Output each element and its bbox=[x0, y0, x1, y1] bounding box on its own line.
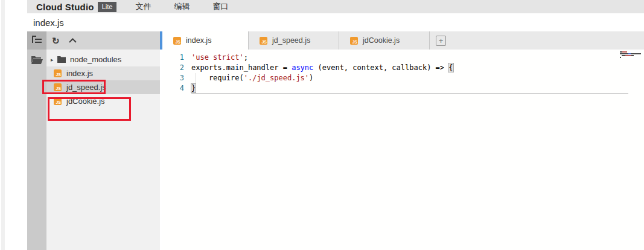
js-file-icon: JS bbox=[54, 69, 62, 77]
code-line: 2 exports.main_handler = async (event, c… bbox=[162, 63, 644, 73]
brand-logo: Cloud Studio bbox=[36, 2, 94, 12]
line-number: 1 bbox=[162, 53, 184, 63]
line-number: 2 bbox=[162, 63, 184, 73]
left-edge-strip bbox=[1, 0, 5, 250]
file-explorer: ↻ ▸ node_modules JS index.js JS jd_speed… bbox=[46, 31, 160, 250]
code-editor[interactable]: 1 'use strict'; 2 exports.main_handler =… bbox=[162, 50, 644, 250]
tree-item-index-js[interactable]: JS index.js bbox=[46, 66, 160, 80]
lite-badge: Lite bbox=[98, 2, 117, 12]
js-file-icon: JS bbox=[350, 37, 358, 45]
line-number: 3 bbox=[162, 73, 184, 83]
folder-icon bbox=[57, 56, 66, 63]
js-file-icon: JS bbox=[260, 37, 267, 45]
folder-open-icon bbox=[31, 56, 43, 66]
open-folder-button[interactable] bbox=[31, 56, 43, 66]
code-line: 1 'use strict'; bbox=[162, 53, 644, 63]
tab-bar: JS index.js JS jd_speed.js JS jdCookie.j… bbox=[162, 31, 644, 50]
new-tab-area: + bbox=[430, 31, 446, 50]
tree-item-node-modules[interactable]: ▸ node_modules bbox=[46, 53, 160, 66]
panel-resize-sash[interactable] bbox=[160, 31, 162, 50]
tab-index-js[interactable]: JS index.js bbox=[162, 31, 249, 50]
activity-bar bbox=[27, 31, 46, 250]
menu-file[interactable]: 文件 bbox=[124, 1, 162, 12]
line-number: 4 bbox=[162, 83, 184, 94]
code-line: 4 } bbox=[162, 83, 644, 94]
indent-guide bbox=[196, 73, 196, 83]
expand-arrow-icon[interactable]: ▸ bbox=[51, 57, 56, 63]
window-title: index.js bbox=[27, 13, 644, 31]
menu-edit[interactable]: 编辑 bbox=[162, 1, 201, 12]
editor-area: JS index.js JS jd_speed.js JS jdCookie.j… bbox=[162, 31, 644, 250]
tab-label: jdCookie.js bbox=[363, 36, 400, 45]
explorer-view-button[interactable] bbox=[27, 31, 46, 50]
current-line-highlight bbox=[191, 93, 628, 94]
explorer-header: ↻ bbox=[46, 31, 160, 50]
top-menu-bar: Cloud Studio Lite 文件 编辑 窗口 bbox=[27, 0, 644, 13]
menubar: 文件 编辑 窗口 bbox=[124, 1, 240, 12]
tree-item-label: node_modules bbox=[70, 55, 121, 64]
window-title-text: index.js bbox=[33, 18, 64, 28]
code-lines: 1 'use strict'; 2 exports.main_handler =… bbox=[162, 50, 644, 94]
tree-item-label: index.js bbox=[66, 69, 93, 78]
tab-jdcookie-js[interactable]: JS jdCookie.js bbox=[339, 31, 430, 50]
annotation-box-jd-speed bbox=[42, 80, 106, 94]
code-line: 3 require('./jd_speed.js') bbox=[162, 73, 644, 83]
minimap[interactable] bbox=[620, 51, 643, 59]
tab-label: jd_speed.js bbox=[272, 36, 310, 45]
js-file-icon: JS bbox=[173, 37, 181, 45]
collapse-all-icon[interactable] bbox=[69, 38, 77, 43]
annotation-box-jdcookie bbox=[48, 97, 131, 121]
menu-window[interactable]: 窗口 bbox=[201, 1, 240, 12]
app-window: Cloud Studio Lite 文件 编辑 窗口 index.js bbox=[0, 0, 644, 250]
new-tab-plus-icon[interactable]: + bbox=[436, 36, 446, 46]
tab-label: index.js bbox=[186, 36, 211, 45]
tree-outline-icon bbox=[32, 35, 42, 46]
refresh-icon[interactable]: ↻ bbox=[52, 36, 60, 45]
tab-jd-speed-js[interactable]: JS jd_speed.js bbox=[249, 31, 339, 50]
